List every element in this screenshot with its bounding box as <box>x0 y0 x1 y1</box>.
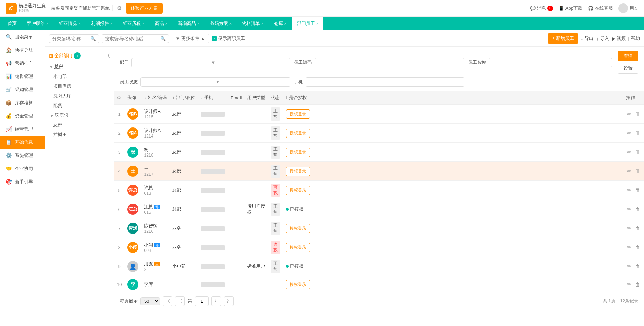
close-icon[interactable]: × <box>46 21 48 26</box>
col-phone[interactable]: ↕ 手机 <box>198 91 228 105</box>
more-filter-button[interactable]: ▼ 更多条件 ▲ <box>172 34 209 43</box>
first-page-button[interactable]: 《 <box>163 296 172 306</box>
tab-profit[interactable]: 利润报告 × <box>86 17 117 30</box>
delete-button[interactable]: 🗑 <box>634 281 641 287</box>
tab-operation[interactable]: 经营情况 × <box>54 17 85 30</box>
close-icon[interactable]: × <box>110 21 112 26</box>
dept-item-zongbu2[interactable]: 总部 <box>45 120 114 130</box>
empcode-filter-input[interactable] <box>315 58 464 67</box>
edit-button[interactable]: ✏ <box>626 244 633 250</box>
show-resigned-checkbox[interactable]: ✓ 显示离职员工 <box>212 35 245 42</box>
tab-warehouse[interactable]: 仓库 × <box>269 17 291 30</box>
auth-login-button[interactable]: 授权登录 <box>286 280 310 289</box>
delete-button[interactable]: 🗑 <box>634 111 641 117</box>
import-button[interactable]: ↑ 导入 <box>596 35 609 42</box>
edit-button[interactable]: ✏ <box>626 130 633 136</box>
sidebar-item-sales[interactable]: 📊 销售管理 <box>0 70 45 83</box>
category-search-input[interactable] <box>52 36 90 41</box>
tab-customer[interactable]: 客户联络 × <box>22 17 53 30</box>
video-button[interactable]: ▶ 视频 <box>612 35 626 42</box>
sidebar-item-system[interactable]: ⚙️ 系统管理 <box>0 149 45 162</box>
edit-button[interactable]: ✏ <box>626 206 633 212</box>
sidebar-item-marketing[interactable]: 📢 营销推广 <box>0 57 45 70</box>
delete-button[interactable]: 🗑 <box>634 187 641 193</box>
dept-item-peihuo[interactable]: 配货 <box>45 101 114 111</box>
auth-login-button[interactable]: 授权登录 <box>286 224 310 233</box>
delete-button[interactable]: 🗑 <box>634 168 641 174</box>
per-page-select[interactable]: 50 20 100 <box>140 297 160 305</box>
export-button[interactable]: ↓ 导出 <box>581 35 594 42</box>
edit-button[interactable]: ✏ <box>626 225 633 231</box>
page-number-input[interactable] <box>195 296 209 306</box>
close-icon[interactable]: × <box>197 21 199 26</box>
close-icon[interactable]: × <box>284 21 287 26</box>
query-button[interactable]: 查询 <box>618 51 638 61</box>
empname-filter-input[interactable] <box>489 58 612 67</box>
dept-item-project[interactable]: 项目库房 <box>45 81 114 91</box>
edit-button[interactable]: ✏ <box>626 281 633 287</box>
sidebar-item-purchase[interactable]: 🛒 采购管理 <box>0 83 45 96</box>
auth-login-button[interactable]: 授权登录 <box>286 148 310 157</box>
dept-group-zongbu-toggle[interactable]: ▼ 总部 <box>45 62 114 72</box>
app-download-btn[interactable]: 📱 App下载 <box>559 5 582 11</box>
sidebar-item-guide[interactable]: 🎯 新手引导 <box>0 175 45 188</box>
collapse-icon[interactable]: 《 <box>106 53 110 59</box>
col-settings[interactable]: ⚙ <box>114 91 125 105</box>
sidebar-item-basic[interactable]: 📋 基础信息 <box>0 136 45 149</box>
tab-bom[interactable]: 物料清单 × <box>237 17 268 30</box>
auth-login-button[interactable]: 授权登录 <box>286 186 310 195</box>
delete-button[interactable]: 🗑 <box>634 244 641 250</box>
sidebar-item-finance[interactable]: 💰 资金管理 <box>0 109 45 123</box>
auth-login-button[interactable]: 授权登录 <box>286 167 310 176</box>
col-dept[interactable]: ↕ 部门/职位 <box>170 91 198 105</box>
delete-button[interactable]: 🗑 <box>634 149 641 155</box>
close-icon[interactable]: × <box>78 21 80 26</box>
phone-filter-input[interactable] <box>306 77 464 87</box>
dept-item-chashuwang[interactable]: 插树王二 <box>45 130 114 140</box>
trial-button[interactable]: 体验行业方案 <box>126 3 163 14</box>
tab-home[interactable]: 首页 <box>3 17 21 30</box>
sidebar-item-nav[interactable]: 🏠 快捷导航 <box>0 44 45 57</box>
close-icon[interactable]: × <box>261 21 263 26</box>
delete-button[interactable]: 🗑 <box>634 130 641 136</box>
tab-history[interactable]: 经营历程 × <box>118 17 149 30</box>
sidebar-item-search[interactable]: 🔍 搜索菜单 <box>0 30 45 44</box>
add-dept-button[interactable]: + <box>74 52 81 59</box>
tab-add-goods[interactable]: 新增商品 × <box>173 17 204 30</box>
edit-button[interactable]: ✏ <box>626 111 633 117</box>
next-page-button[interactable]: 〉 <box>211 296 221 306</box>
help-button[interactable]: | 帮助 <box>628 35 640 42</box>
service-btn[interactable]: 🎧 在线客服 <box>588 5 613 11</box>
message-btn[interactable]: 💬 消息 6 <box>530 5 553 11</box>
dept-item-xiaodian[interactable]: 小电部 <box>45 72 114 81</box>
edit-button[interactable]: ✏ <box>626 263 633 269</box>
prev-page-button[interactable]: 〈 <box>175 296 185 306</box>
delete-button[interactable]: 🗑 <box>634 206 641 212</box>
edit-button[interactable]: ✏ <box>626 187 633 193</box>
sidebar-item-mgmt[interactable]: 📈 经营管理 <box>0 123 45 136</box>
last-page-button[interactable]: 》 <box>224 296 234 306</box>
close-icon[interactable]: × <box>229 21 232 26</box>
edit-button[interactable]: ✏ <box>626 168 633 174</box>
auth-login-button[interactable]: 授权登录 <box>286 243 310 252</box>
auth-login-button[interactable]: 授权登录 <box>286 109 310 119</box>
close-icon[interactable]: × <box>165 21 167 26</box>
tab-goods[interactable]: 商品 × <box>150 17 172 30</box>
reset-button[interactable]: 设置 <box>618 63 638 74</box>
dept-header-label[interactable]: 全部部门 <box>54 53 72 59</box>
tab-employees[interactable]: 部门员工 × <box>292 17 323 30</box>
sidebar-item-collab[interactable]: 🤝 企业协同 <box>0 162 45 175</box>
dept-shuanglu-toggle[interactable]: ▶ 双鹿想 <box>45 111 114 120</box>
delete-button[interactable]: 🗑 <box>634 263 641 269</box>
edit-button[interactable]: ✏ <box>626 149 633 155</box>
employee-search-input[interactable] <box>105 36 160 41</box>
dept-item-shenyang[interactable]: 沈阳大库 <box>45 91 114 101</box>
close-icon[interactable]: × <box>316 21 318 26</box>
user-btn[interactable]: 用友 <box>618 3 638 13</box>
dept-filter-select[interactable]: ▼ <box>131 58 290 67</box>
delete-button[interactable]: 🗑 <box>634 225 641 231</box>
close-icon[interactable]: × <box>142 21 144 26</box>
tab-barcode[interactable]: 条码方案 × <box>205 17 236 30</box>
add-employee-button[interactable]: + 新增员工 <box>548 33 578 44</box>
auth-login-button[interactable]: 授权登录 <box>286 129 310 138</box>
